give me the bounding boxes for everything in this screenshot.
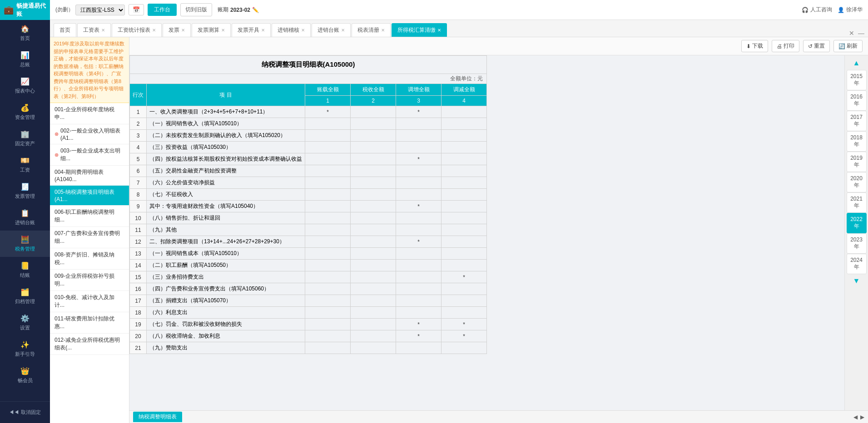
sidebar-item-input-ledger-nav[interactable]: 📋进销台账 (0, 204, 50, 231)
cell-c1-7[interactable] (305, 189, 351, 201)
sidebar-item-payroll[interactable]: 💴工资 (0, 152, 50, 178)
cell-c1-5[interactable] (305, 165, 351, 177)
form-list-item-003[interactable]: ⊗003-一般企业成本支出明细... (50, 144, 129, 166)
cell-c3-20[interactable] (396, 342, 441, 354)
cell-c2-9[interactable] (351, 212, 396, 224)
year-btn-2022年[interactable]: 2022年 (847, 213, 867, 233)
year-btn-2020年[interactable]: 2020年 (847, 172, 867, 192)
cell-c4-14[interactable]: * (441, 271, 487, 283)
cell-c3-16[interactable] (396, 295, 441, 307)
cell-c4-7[interactable] (441, 189, 487, 201)
sheet-scroll-area[interactable]: 纳税调整项目明细表(A105000)全额单位：元 行次 项 目 账载全额 税收全… (129, 55, 844, 410)
cell-c3-13[interactable] (396, 260, 441, 271)
cell-c3-9[interactable] (396, 212, 441, 224)
cell-c2-10[interactable] (351, 224, 396, 236)
cell-c3-2[interactable] (396, 130, 441, 142)
print-button[interactable]: 🖨 打印 (772, 40, 799, 52)
tab-payroll[interactable]: 工资表✕ (77, 23, 111, 37)
cell-c1-19[interactable] (305, 330, 351, 342)
cell-c2-2[interactable] (351, 130, 396, 142)
company-dropdown[interactable]: 江西股宝-LSS (75, 5, 125, 15)
year-btn-2017年[interactable]: 2017年 (847, 111, 867, 131)
year-btn-2024年[interactable]: 2024年 (847, 254, 867, 274)
row-content-7[interactable]: （七）不征税收入 (147, 189, 305, 201)
sidebar-item-fixed-assets[interactable]: 🏢固定资产 (0, 125, 50, 152)
cell-c1-16[interactable] (305, 295, 351, 307)
minimize-button[interactable]: — (858, 30, 864, 37)
cell-c1-13[interactable] (305, 260, 351, 271)
cell-c3-6[interactable] (396, 177, 441, 189)
cell-c3-19[interactable]: * (396, 330, 441, 342)
row-content-13[interactable]: （二）职工薪酬（填写A105050） (147, 260, 305, 271)
cell-c3-8[interactable]: * (396, 201, 441, 212)
tab-home[interactable]: 首页 (54, 23, 76, 37)
cell-c3-0[interactable]: * (396, 106, 441, 118)
tab-close-invoice-calc[interactable]: ✕ (221, 28, 225, 33)
cell-c3-18[interactable]: * (396, 319, 441, 330)
cell-c4-13[interactable] (441, 260, 487, 271)
cell-c4-17[interactable] (441, 307, 487, 319)
cell-c1-6[interactable] (305, 177, 351, 189)
cell-c1-1[interactable] (305, 118, 351, 130)
form-list-item-010[interactable]: 010-免税、减计收入及加计... (50, 291, 129, 312)
form-list-item-006[interactable]: 006-职工薪酬纳税调整明细... (50, 206, 129, 227)
cell-c4-3[interactable] (441, 142, 487, 153)
cell-c2-20[interactable] (351, 342, 396, 354)
year-btn-2018年[interactable]: 2018年 (847, 131, 867, 152)
close-all-tabs-button[interactable]: ✕ (849, 30, 854, 37)
cell-c2-0[interactable] (351, 106, 396, 118)
cell-c1-12[interactable] (305, 248, 351, 260)
tab-close-income-tax[interactable]: ✕ (437, 28, 441, 33)
cell-c3-5[interactable] (396, 165, 441, 177)
row-content-6[interactable]: （六）公允价值变动净损益 (147, 177, 305, 189)
cell-c2-13[interactable] (351, 260, 396, 271)
cell-c4-18[interactable]: * (441, 319, 487, 330)
unpin-sidebar-button[interactable]: ◀◀ 取消固定 (2, 405, 48, 419)
tab-input-ledger[interactable]: 进销台账✕ (312, 23, 351, 37)
cell-c1-11[interactable] (305, 236, 351, 248)
cell-c1-4[interactable] (305, 153, 351, 165)
form-list-item-008[interactable]: 008-资产折旧、摊销及纳税... (50, 248, 129, 270)
cell-c4-10[interactable] (441, 224, 487, 236)
cell-c1-2[interactable] (305, 130, 351, 142)
cell-c2-6[interactable] (351, 177, 396, 189)
cell-c1-3[interactable] (305, 142, 351, 153)
cell-c2-4[interactable] (351, 153, 396, 165)
form-list-item-012[interactable]: 012-减免企业所得税优惠明细表(... (50, 334, 129, 355)
sidebar-item-settlement[interactable]: 📒结账 (0, 257, 50, 283)
tab-payroll-stat[interactable]: 工资统计报表✕ (112, 23, 162, 37)
form-list-item-001[interactable]: 001-企业所得税年度纳税申... (50, 103, 129, 124)
cell-c4-15[interactable] (441, 283, 487, 295)
cell-c1-17[interactable] (305, 307, 351, 319)
tab-invoice[interactable]: 发票✕ (163, 23, 191, 37)
form-list-item-004[interactable]: 004-期间费用明细表(A1040... (50, 166, 129, 186)
cell-c1-0[interactable]: * (305, 106, 351, 118)
year-btn-2016年[interactable]: 2016年 (847, 90, 867, 111)
form-list-item-009[interactable]: 009-企业所得税弥补亏损明... (50, 270, 129, 291)
tab-invoice-open[interactable]: 发票开具✕ (232, 23, 271, 37)
cell-c2-19[interactable] (351, 330, 396, 342)
year-btn-2021年[interactable]: 2021年 (847, 192, 867, 213)
cell-c3-10[interactable] (396, 224, 441, 236)
cell-c2-16[interactable] (351, 295, 396, 307)
cell-c4-6[interactable] (441, 177, 487, 189)
sidebar-item-archive[interactable]: 🗂️归档管理 (0, 283, 50, 310)
cell-c2-12[interactable] (351, 248, 396, 260)
cell-c2-15[interactable] (351, 283, 396, 295)
row-content-0[interactable]: 一、收入类调整项目（2+3+4+5+6+7+8+10+11） (147, 106, 305, 118)
form-list-item-007[interactable]: 007-广告费和业务宣传费明细... (50, 227, 129, 248)
calendar-icon-button[interactable]: 📅 (129, 4, 144, 15)
cell-c2-3[interactable] (351, 142, 396, 153)
row-content-17[interactable]: （六）利息支出 (147, 307, 305, 319)
sidebar-item-home[interactable]: 🏠首页 (0, 20, 50, 46)
cell-c1-14[interactable] (305, 271, 351, 283)
sidebar-item-tax-mgmt[interactable]: 🧮税务管理 (0, 231, 50, 257)
cell-c3-14[interactable] (396, 271, 441, 283)
sidebar-item-report[interactable]: 📈报表中心 (0, 73, 50, 99)
old-version-button[interactable]: 切到旧版 (180, 3, 212, 16)
cell-c3-1[interactable] (396, 118, 441, 130)
row-content-19[interactable]: （八）税收滞纳金、加收利息 (147, 330, 305, 342)
tab-close-input-check[interactable]: ✕ (301, 28, 305, 33)
row-content-9[interactable]: （八）销售折扣、折让和退回 (147, 212, 305, 224)
cell-c4-2[interactable] (441, 130, 487, 142)
